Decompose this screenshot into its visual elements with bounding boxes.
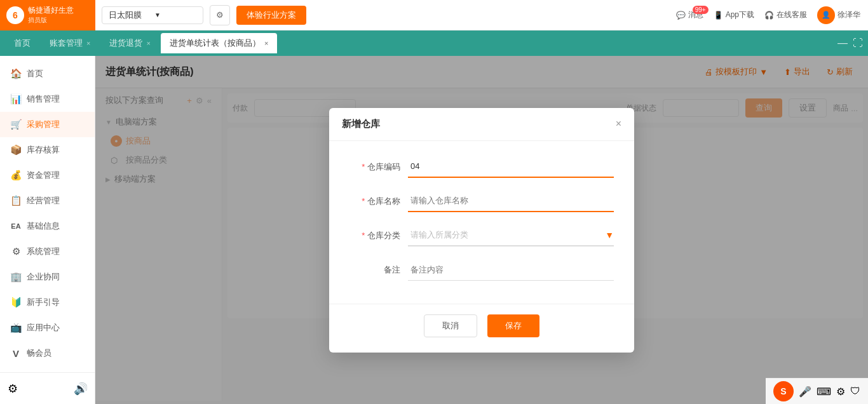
sidebar-enterprise-label: 企业协同: [27, 271, 60, 283]
user-item[interactable]: 👤 徐泽华: [817, 6, 860, 24]
dialog-footer: 取消 保存: [329, 304, 634, 353]
store-selector[interactable]: 日太阳膜 ▼: [102, 6, 203, 24]
tab-purchase-return[interactable]: 进货退货 ×: [100, 33, 159, 53]
name-label: 仓库名称: [349, 196, 400, 207]
tab-home-label: 首页: [14, 37, 31, 49]
dialog-close-button[interactable]: ×: [616, 118, 621, 130]
sidebar-operations-label: 经营管理: [27, 195, 60, 206]
messages-item[interactable]: 💬 消息 99+: [676, 10, 703, 20]
inventory-icon: 📦: [10, 144, 22, 156]
operations-icon: 📋: [10, 195, 22, 206]
tab-accounts[interactable]: 账套管理 ×: [41, 33, 99, 53]
content-area: 进货单统计(按商品) 🖨 按模板打印 ▼ ⬆ 导出 ↻ 刷新: [95, 56, 868, 404]
sidebar-item-basic[interactable]: EA 基础信息: [0, 213, 95, 239]
code-label: 仓库编码: [349, 161, 400, 173]
sidebar-bottom: ⚙ 🔊: [0, 372, 95, 404]
sidebar-system-label: 系统管理: [27, 246, 60, 257]
note-label: 备注: [349, 264, 400, 276]
avatar: 👤: [817, 6, 835, 24]
sidebar-home-label: 首页: [27, 68, 43, 79]
new-warehouse-dialog: 新增仓库 × 仓库编码 仓库名称: [329, 108, 634, 353]
sidebar-item-enterprise[interactable]: 🏢 企业协同: [0, 264, 95, 290]
dialog-header: 新增仓库 ×: [329, 108, 634, 141]
sidebar-guide-label: 新手引导: [27, 297, 60, 308]
tab-purchase-stats-label: 进货单统计表（按商品）: [170, 37, 261, 49]
system-icon: ⚙: [10, 246, 22, 257]
note-input[interactable]: [408, 259, 614, 281]
sidebar-item-home[interactable]: 🏠 首页: [0, 61, 95, 86]
sales-icon: 📊: [10, 93, 22, 105]
messages-badge: 99+: [693, 6, 709, 14]
sidebar-item-app[interactable]: 📺 应用中心: [0, 315, 95, 340]
tab-accounts-close[interactable]: ×: [86, 39, 90, 47]
tab-purchase-return-close[interactable]: ×: [146, 39, 150, 47]
form-row-category: 仓库分类 请输入所属分类 ▼: [349, 225, 614, 246]
finance-icon: 💰: [10, 170, 22, 181]
guide-icon: 🔰: [10, 297, 22, 308]
enterprise-icon: 🏢: [10, 271, 22, 283]
form-row-note: 备注: [349, 259, 614, 281]
bottom-shield-icon[interactable]: 🛡: [850, 386, 860, 397]
sidebar-member-label: 畅会员: [27, 347, 51, 359]
trial-button[interactable]: 体验行业方案: [236, 6, 306, 25]
cancel-button[interactable]: 取消: [424, 314, 477, 337]
bottom-logo: S: [773, 381, 794, 401]
logo-title: 畅捷通好生意: [28, 6, 74, 16]
member-icon: V: [10, 348, 22, 359]
sidebar-inventory-label: 库存核算: [27, 144, 60, 156]
sidebar-speaker-icon[interactable]: 🔊: [74, 382, 88, 396]
logo-icon: 6: [6, 6, 24, 24]
tab-home[interactable]: 首页: [5, 33, 39, 53]
online-service-label: 在线客服: [776, 10, 807, 20]
category-dropdown-arrow: ▼: [605, 230, 614, 240]
app-icon: 📱: [714, 11, 723, 20]
app-download-item[interactable]: 📱 App下载: [714, 10, 754, 20]
message-icon: 💬: [676, 11, 686, 20]
category-placeholder: 请输入所属分类: [408, 229, 605, 241]
purchase-icon: 🛒: [10, 119, 22, 130]
dialog-title: 新增仓库: [342, 118, 380, 130]
sidebar-item-member[interactable]: V 畅会员: [0, 340, 95, 366]
dialog-body: 仓库编码 仓库名称 仓库分类 请输入所属分类 ▼: [329, 141, 634, 304]
sidebar-item-guide[interactable]: 🔰 新手引导: [0, 290, 95, 315]
sidebar-item-operations[interactable]: 📋 经营管理: [0, 188, 95, 213]
tab-actions: — ⛶: [837, 37, 863, 49]
tab-purchase-stats-close[interactable]: ×: [264, 39, 268, 47]
settings-button[interactable]: ⚙: [210, 5, 230, 25]
save-button[interactable]: 保存: [487, 314, 539, 337]
sidebar-item-purchase[interactable]: 🛒 采购管理: [0, 112, 95, 137]
code-input[interactable]: [408, 156, 614, 178]
sidebar-item-system[interactable]: ⚙ 系统管理: [0, 239, 95, 264]
online-service-item[interactable]: 🎧 在线客服: [764, 10, 807, 20]
sidebar-settings-icon[interactable]: ⚙: [8, 382, 18, 396]
bottom-settings-icon[interactable]: ⚙: [836, 386, 845, 398]
sidebar-item-finance[interactable]: 💰 资金管理: [0, 163, 95, 188]
header-right: 💬 消息 99+ 📱 App下载 🎧 在线客服 👤 徐泽华: [676, 6, 860, 24]
sidebar-item-sales[interactable]: 📊 销售管理: [0, 86, 95, 112]
basic-icon: EA: [10, 222, 22, 230]
logo-text-block: 畅捷通好生意 捎员版: [28, 6, 74, 24]
tab-maximize-btn[interactable]: ⛶: [853, 37, 863, 49]
sidebar-basic-label: 基础信息: [27, 220, 60, 232]
tab-bar: 首页 账套管理 × 进货退货 × 进货单统计表（按商品） × — ⛶: [0, 30, 868, 56]
store-name: 日太阳膜: [109, 10, 151, 21]
logo-area: 6 畅捷通好生意 捎员版: [0, 0, 95, 30]
category-label: 仓库分类: [349, 230, 400, 241]
tab-minimize-btn[interactable]: —: [837, 37, 848, 49]
logo-subtitle: 捎员版: [28, 16, 74, 24]
bottom-keyboard-icon[interactable]: ⌨: [817, 386, 831, 398]
name-input[interactable]: [408, 191, 614, 212]
sidebar-sales-label: 销售管理: [27, 93, 60, 105]
form-row-code: 仓库编码: [349, 156, 614, 178]
sidebar: 🏠 首页 📊 销售管理 🛒 采购管理 📦 库存核算 💰 资金管理 📋 经: [0, 56, 95, 404]
bottom-mic-icon[interactable]: 🎤: [799, 386, 811, 398]
tab-purchase-stats[interactable]: 进货单统计表（按商品） ×: [161, 33, 277, 53]
tab-purchase-return-label: 进货退货: [109, 37, 142, 49]
sidebar-item-inventory[interactable]: 📦 库存核算: [0, 137, 95, 163]
sidebar-finance-label: 资金管理: [27, 170, 60, 181]
form-row-name: 仓库名称: [349, 191, 614, 212]
sidebar-purchase-label: 采购管理: [27, 119, 60, 130]
category-select[interactable]: 请输入所属分类 ▼: [408, 225, 614, 246]
sidebar-app-label: 应用中心: [27, 322, 60, 333]
bottom-bar: S 🎤 ⌨ ⚙ 🛡: [766, 378, 868, 404]
